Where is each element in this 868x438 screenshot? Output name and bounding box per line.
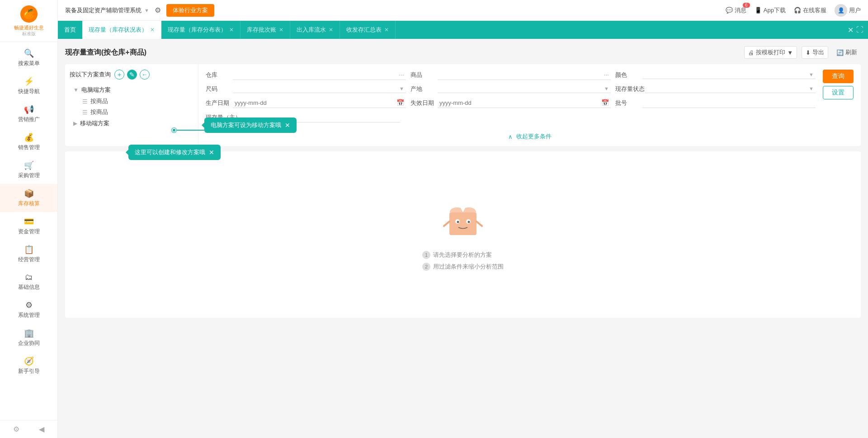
batch-field[interactable] xyxy=(644,99,814,106)
print-icon: 🖨 xyxy=(748,49,754,56)
app-logo-icon: 🍊 xyxy=(20,5,38,23)
filter-field-size: 尺码 ▼ xyxy=(206,85,406,93)
support-label: 在线客服 xyxy=(803,6,826,14)
purchase-icon: 🛒 xyxy=(24,160,34,170)
sidebar-item-inventory[interactable]: 📦 库存核算 xyxy=(0,184,57,212)
sidebar: 🍊 畅捷通好生意 标准版 🔍 搜索菜单 ⚡ 快捷导航 📢 营销推广 💰 销售管理… xyxy=(0,0,58,438)
tip-text-1: 请先选择要分析的方案 xyxy=(433,249,492,261)
sidebar-item-label: 基础信息 xyxy=(18,283,40,291)
export-icon: ⬇ xyxy=(806,49,811,56)
sidebar-menu: 🔍 搜索菜单 ⚡ 快捷导航 📢 营销推广 💰 销售管理 🛒 采购管理 📦 库存核… xyxy=(0,42,57,420)
add-scheme-btn[interactable]: + xyxy=(114,70,124,80)
sidebar-item-system[interactable]: ⚙ 系统管理 xyxy=(0,296,57,324)
industry-btn[interactable]: 体验行业方案 xyxy=(166,4,214,17)
filter-field-warehouse: 仓库 ··· xyxy=(206,70,406,80)
filter-field-origin: 产地 ▼ xyxy=(410,85,611,93)
tab-batch[interactable]: 库存批次账 ✕ xyxy=(241,21,290,39)
tab-close-icon[interactable]: ✕ xyxy=(150,27,155,33)
expire-date-input[interactable]: 📅 xyxy=(438,98,611,108)
system-selector[interactable]: 装备及固定资产辅助管理系统 ▼ xyxy=(65,6,149,14)
tab-label: 收发存汇总表 xyxy=(346,26,382,34)
settings-footer-icon[interactable]: ⚙ xyxy=(13,425,19,433)
edit-scheme-btn[interactable]: ✎ xyxy=(127,70,137,80)
print-btn[interactable]: 🖨 按模板打印 ▼ xyxy=(744,46,797,59)
produce-date-input[interactable]: 📅 xyxy=(233,98,406,108)
basic-icon: 🗂 xyxy=(25,273,33,282)
topbar-settings-icon[interactable]: ⚙ xyxy=(155,6,161,14)
goods-more-icon[interactable]: ··· xyxy=(604,71,609,78)
empty-state: 1 请先选择要分析的方案 2 用过滤条件来缩小分析范围 xyxy=(65,170,861,291)
warehouse-more-icon[interactable]: ··· xyxy=(399,71,404,78)
tip-num-2: 2 xyxy=(422,263,430,271)
sidebar-item-basic[interactable]: 🗂 基础信息 xyxy=(0,268,57,296)
enterprise-icon: 🏢 xyxy=(24,328,34,338)
sidebar-item-marketing[interactable]: 📢 营销推广 xyxy=(0,100,57,128)
topbar-support[interactable]: 🎧 在线客服 xyxy=(794,6,826,14)
stock-status-select[interactable]: ▼ xyxy=(645,85,816,93)
svg-rect-0 xyxy=(449,212,476,235)
sidebar-item-quick[interactable]: ⚡ 快捷导航 xyxy=(0,72,57,100)
tab-inventory-status[interactable]: 现存量（库存状况表） ✕ xyxy=(82,21,161,39)
tab-home[interactable]: 首页 xyxy=(58,21,82,39)
sidebar-item-guide[interactable]: 🧭 新手引导 xyxy=(0,352,57,380)
color-select[interactable]: ▼ xyxy=(642,71,816,79)
goods-input[interactable]: ··· xyxy=(438,70,611,80)
system-selector-arrow: ▼ xyxy=(144,8,149,13)
expire-date-cal-icon[interactable]: 📅 xyxy=(601,99,609,106)
scheme-item-label: 按商品 xyxy=(90,97,108,105)
topbar-messages[interactable]: 💬 消息 6 xyxy=(726,6,746,14)
tab-inout[interactable]: 出入库流水 ✕ xyxy=(290,21,340,39)
scheme-item-goods2[interactable]: ☰ 按商品 xyxy=(70,107,193,118)
page-header: 现存量查询(按仓库+商品) 🖨 按模板打印 ▼ ⬇ 导出 🔄 刷新 xyxy=(65,46,861,59)
sidebar-item-search[interactable]: 🔍 搜索菜单 xyxy=(0,44,57,72)
expire-date-field[interactable] xyxy=(439,99,601,106)
topbar-app-download[interactable]: 📱 App下载 xyxy=(755,6,786,14)
search-icon: 🔍 xyxy=(24,48,34,58)
scheme-group-pc[interactable]: ▼ 电脑端方案 xyxy=(70,84,193,96)
filter-collapse-btn[interactable]: ∧ 收起更多条件 xyxy=(206,127,854,142)
empty-tip-2: 2 用过滤条件来缩小分析范围 xyxy=(422,261,504,273)
tab-inventory-dist[interactable]: 现存量（库存分布表） ✕ xyxy=(161,21,241,39)
sidebar-item-finance[interactable]: 💳 资金管理 xyxy=(0,212,57,240)
produce-date-cal-icon[interactable]: 📅 xyxy=(396,99,404,106)
tooltip-pc-close[interactable]: ✕ xyxy=(285,122,290,129)
filter-field-produce-date: 生产日期 📅 xyxy=(206,98,406,108)
topbar-user[interactable]: 👤 用户 xyxy=(835,4,861,17)
tab-close-icon[interactable]: ✕ xyxy=(384,27,389,33)
refresh-btn[interactable]: 🔄 刷新 xyxy=(833,47,861,58)
sidebar-item-purchase[interactable]: 🛒 采购管理 xyxy=(0,156,57,184)
support-icon: 🎧 xyxy=(794,7,801,14)
connector-dot-pc xyxy=(172,128,176,132)
tooltip-edit-close[interactable]: ✕ xyxy=(209,149,214,156)
collapse-sidebar-icon[interactable]: ◀ xyxy=(39,425,44,433)
export-btn[interactable]: ⬇ 导出 xyxy=(802,46,828,59)
tab-close-all-icon[interactable]: ✕ xyxy=(848,26,854,34)
produce-date-field[interactable] xyxy=(235,99,396,106)
tab-close-icon[interactable]: ✕ xyxy=(329,27,333,33)
tab-collect[interactable]: 收发存汇总表 ✕ xyxy=(340,21,396,39)
empty-tip-1: 1 请先选择要分析的方案 xyxy=(422,249,504,261)
size-select[interactable]: ▼ xyxy=(233,85,406,93)
sidebar-item-sales[interactable]: 💰 销售管理 xyxy=(0,128,57,156)
sidebar-item-label: 新手引导 xyxy=(18,367,40,375)
tab-close-icon[interactable]: ✕ xyxy=(279,27,283,33)
sidebar-item-label: 资金管理 xyxy=(18,228,40,235)
batch-input[interactable] xyxy=(642,98,816,108)
tab-label: 现存量（库存分布表） xyxy=(168,26,226,34)
marketing-icon: 📢 xyxy=(24,104,34,114)
collapse-label: 收起更多条件 xyxy=(516,132,552,141)
tab-expand-icon[interactable]: ⛶ xyxy=(856,26,863,34)
tab-close-icon[interactable]: ✕ xyxy=(229,27,234,33)
back-scheme-btn[interactable]: ← xyxy=(140,70,150,80)
sidebar-item-operations[interactable]: 📋 经营管理 xyxy=(0,240,57,268)
warehouse-label: 仓库 xyxy=(206,71,233,79)
origin-select[interactable]: ▼ xyxy=(438,85,611,93)
filter-field-goods: 商品 ··· xyxy=(410,70,611,80)
sidebar-item-enterprise[interactable]: 🏢 企业协同 xyxy=(0,324,57,352)
warehouse-input[interactable]: ··· xyxy=(233,70,406,80)
scheme-item-goods1[interactable]: ☰ 按商品 xyxy=(70,96,193,107)
refresh-label: 刷新 xyxy=(845,48,857,57)
settings-button[interactable]: 设置 xyxy=(823,86,854,99)
sidebar-item-label: 销售管理 xyxy=(18,144,40,151)
query-button[interactable]: 查询 xyxy=(823,70,854,83)
